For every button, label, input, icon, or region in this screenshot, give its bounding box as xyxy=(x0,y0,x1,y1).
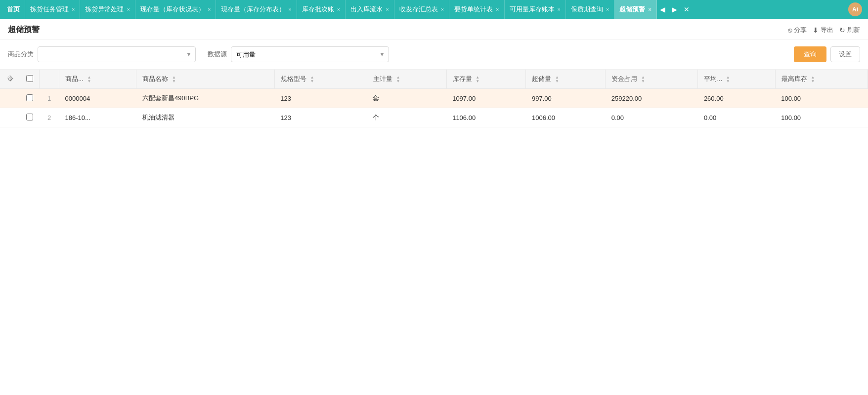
nav-arrow-right[interactable]: ▶ xyxy=(669,0,681,19)
close-icon[interactable]: × xyxy=(496,6,499,12)
close-icon[interactable]: × xyxy=(606,6,609,12)
sort-icon: ▲▼ xyxy=(476,76,479,83)
page-container: 超储预警 ⎋ 分享 ⬇ 导出 ↻ 刷新 商品分类 ▼ xyxy=(0,19,868,395)
datasource-select-wrapper: 可用量 库存量 ▼ xyxy=(231,46,389,62)
td-sku: 186-10... xyxy=(59,108,136,127)
col-header-rownum xyxy=(40,70,59,89)
gear-icon xyxy=(6,75,14,83)
close-icon[interactable]: × xyxy=(441,6,444,12)
nav-tab-baozhi[interactable]: 保质期查询 × xyxy=(566,0,614,19)
nav-tab-home[interactable]: 首页 xyxy=(2,0,25,19)
refresh-button[interactable]: ↻ 刷新 xyxy=(839,26,860,35)
td-rownum: 2 xyxy=(40,108,59,127)
sort-icon: ▲▼ xyxy=(172,76,176,83)
header-actions: ⎋ 分享 ⬇ 导出 ↻ 刷新 xyxy=(788,26,860,35)
sort-icon: ▲▼ xyxy=(87,76,91,83)
close-icon[interactable]: × xyxy=(72,6,75,12)
td-settings xyxy=(0,89,20,108)
page-title: 超储预警 xyxy=(8,25,40,35)
sort-icon: ▲▼ xyxy=(641,76,645,83)
top-navigation: 首页 拣货任务管理 × 拣货异常处理 × 现存量（库存状况表） × 现存量（库存… xyxy=(0,0,868,19)
nav-tab-shoufafah[interactable]: 收发存汇总表 × xyxy=(394,0,449,19)
col-header-sku[interactable]: 商品... ▲▼ xyxy=(59,70,136,89)
sort-icon: ▲▼ xyxy=(726,76,730,83)
nav-tab-kaohuo[interactable]: 拣货任务管理 × xyxy=(25,0,80,19)
td-avg: 260.00 xyxy=(698,89,775,108)
nav-tab-keyong[interactable]: 可用量库存账本 × xyxy=(505,0,566,19)
td-stock: 1106.00 xyxy=(446,108,526,127)
datasource-select[interactable]: 可用量 库存量 xyxy=(231,46,389,62)
close-icon[interactable]: × xyxy=(386,6,389,12)
nav-arrow-left[interactable]: ◀ xyxy=(657,0,669,19)
col-header-checkbox[interactable] xyxy=(20,70,40,89)
export-button[interactable]: ⬇ 导出 xyxy=(813,26,833,35)
col-header-capital[interactable]: 资金占用 ▲▼ xyxy=(606,70,698,89)
td-over: 1006.00 xyxy=(526,108,606,127)
td-avg: 0.00 xyxy=(698,108,775,127)
page-header: 超储预警 ⎋ 分享 ⬇ 导出 ↻ 刷新 xyxy=(0,19,868,40)
nav-tab-chaochuyujing[interactable]: 超储预警 × xyxy=(614,0,656,19)
nav-tab-yaohuo[interactable]: 要货单统计表 × xyxy=(449,0,504,19)
avatar[interactable]: Ai xyxy=(848,2,862,16)
td-rownum: 1 xyxy=(40,89,59,108)
filter-area: 商品分类 ▼ 数据源 可用量 库存量 ▼ 查询 设置 xyxy=(0,40,868,70)
settings-button[interactable]: 设置 xyxy=(830,46,860,62)
td-unit: 套 xyxy=(367,89,446,108)
nav-tab-xianzun1[interactable]: 现存量（库存状况表） × xyxy=(135,0,216,19)
category-label: 商品分类 xyxy=(8,50,34,59)
select-all-checkbox[interactable] xyxy=(26,75,33,82)
share-button[interactable]: ⎋ 分享 xyxy=(788,26,807,35)
td-over: 997.00 xyxy=(526,89,606,108)
nav-tab-xianzun2[interactable]: 现存量（库存分布表） × xyxy=(216,0,297,19)
td-spec: 123 xyxy=(274,108,367,127)
col-header-max[interactable]: 最高库存 ▲▼ xyxy=(775,70,868,89)
user-area: Ai xyxy=(848,2,866,16)
data-table: 商品... ▲▼ 商品名称 ▲▼ 规格型号 ▲▼ 主计量 ▲▼ xyxy=(0,70,868,127)
close-icon[interactable]: × xyxy=(288,6,291,12)
td-unit: 个 xyxy=(367,108,446,127)
refresh-icon: ↻ xyxy=(839,26,845,34)
col-header-unit[interactable]: 主计量 ▲▼ xyxy=(367,70,446,89)
col-header-avg[interactable]: 平均... ▲▼ xyxy=(698,70,775,89)
td-spec: 123 xyxy=(274,89,367,108)
filter-buttons: 查询 设置 xyxy=(794,46,860,62)
sort-icon: ▲▼ xyxy=(555,76,559,83)
td-max: 100.00 xyxy=(775,89,868,108)
close-icon[interactable]: × xyxy=(208,6,211,12)
col-header-name[interactable]: 商品名称 ▲▼ xyxy=(136,70,274,89)
td-name: 六配套新昌490BPG xyxy=(136,89,274,108)
nav-close-all[interactable]: ✕ xyxy=(681,0,693,19)
export-icon: ⬇ xyxy=(813,26,819,34)
nav-tab-churu[interactable]: 出入库流水 × xyxy=(346,0,394,19)
td-checkbox[interactable] xyxy=(20,89,40,108)
query-button[interactable]: 查询 xyxy=(794,46,826,62)
col-header-settings[interactable] xyxy=(0,70,20,89)
table-header-row: 商品... ▲▼ 商品名称 ▲▼ 规格型号 ▲▼ 主计量 ▲▼ xyxy=(0,70,868,89)
datasource-label: 数据源 xyxy=(208,50,227,59)
close-icon[interactable]: × xyxy=(558,6,561,12)
sort-icon: ▲▼ xyxy=(396,76,400,83)
row-checkbox[interactable] xyxy=(26,94,33,101)
td-name: 机油滤清器 xyxy=(136,108,274,127)
datasource-filter: 数据源 可用量 库存量 ▼ xyxy=(208,46,389,62)
row-checkbox[interactable] xyxy=(26,114,33,120)
table-row: 2 186-10... 机油滤清器 123 个 1106.00 1006.00 … xyxy=(0,108,868,127)
td-sku: 0000004 xyxy=(59,89,136,108)
close-icon[interactable]: × xyxy=(648,6,651,12)
nav-tab-pipici[interactable]: 库存批次账 × xyxy=(297,0,346,19)
close-icon[interactable]: × xyxy=(337,6,340,12)
close-icon[interactable]: × xyxy=(127,6,130,12)
col-header-over[interactable]: 超储量 ▲▼ xyxy=(526,70,606,89)
category-filter: 商品分类 ▼ xyxy=(8,46,196,62)
td-settings xyxy=(0,108,20,127)
col-header-spec[interactable]: 规格型号 ▲▼ xyxy=(274,70,367,89)
nav-tab-kaohuo2[interactable]: 拣货异常处理 × xyxy=(80,0,135,19)
share-icon: ⎋ xyxy=(788,26,792,34)
table-container: 商品... ▲▼ 商品名称 ▲▼ 规格型号 ▲▼ 主计量 ▲▼ xyxy=(0,70,868,127)
col-header-stock[interactable]: 库存量 ▲▼ xyxy=(446,70,526,89)
category-select[interactable] xyxy=(38,46,196,62)
category-select-wrapper: ▼ xyxy=(38,46,196,62)
td-checkbox[interactable] xyxy=(20,108,40,127)
td-stock: 1097.00 xyxy=(446,89,526,108)
sort-icon: ▲▼ xyxy=(310,76,314,83)
